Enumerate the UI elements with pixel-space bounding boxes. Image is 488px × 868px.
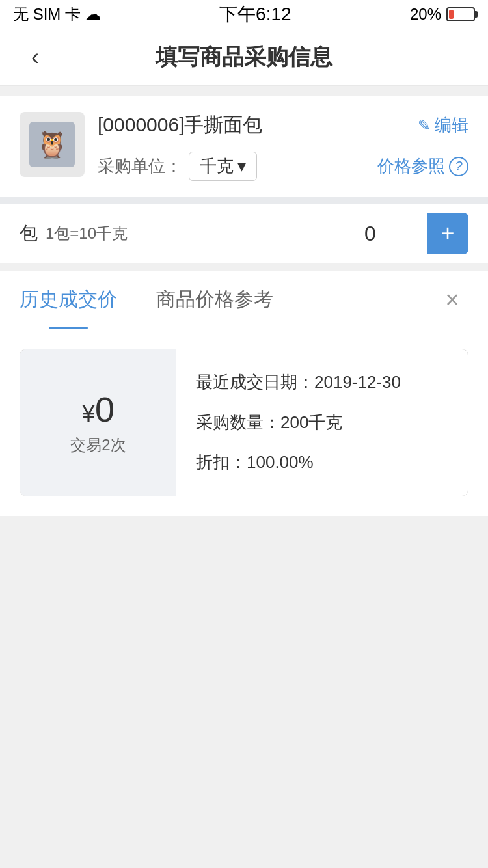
discount-value: 100.00% bbox=[247, 452, 314, 472]
edit-label: 编辑 bbox=[435, 114, 468, 137]
product-info: [0000006]手撕面包 ✎ 编辑 采购单位： 千克 ▾ 价格参照 ? bbox=[98, 112, 468, 181]
quantity-controls: + bbox=[323, 213, 468, 254]
quantity-plus-button[interactable]: + bbox=[427, 213, 468, 254]
unit-equiv: 1包=10千克 bbox=[46, 223, 128, 244]
tabs-close-button[interactable]: × bbox=[436, 284, 468, 316]
product-name-row: [0000006]手撕面包 ✎ 编辑 bbox=[98, 112, 468, 139]
price-display: ¥0 bbox=[82, 389, 115, 429]
battery-icon bbox=[446, 7, 475, 21]
status-time: 下午6:12 bbox=[219, 2, 291, 27]
price-currency: ¥ bbox=[82, 400, 95, 427]
page-title: 填写商品采购信息 bbox=[156, 42, 332, 72]
edit-icon: ✎ bbox=[418, 116, 431, 135]
quantity-label: 包 1包=10千克 bbox=[20, 221, 128, 246]
tab-product-price-ref[interactable]: 商品价格参考 bbox=[156, 271, 273, 329]
product-header: 🦉 [0000006]手撕面包 ✎ 编辑 采购单位： 千克 ▾ bbox=[20, 112, 468, 181]
product-name: [0000006]手撕面包 bbox=[98, 112, 262, 139]
unit-select[interactable]: 千克 ▾ bbox=[189, 152, 257, 181]
sim-label: 无 SIM 卡 ☁ bbox=[13, 4, 101, 25]
recent-date-row: 最近成交日期：2019-12-30 bbox=[196, 369, 448, 396]
purchase-unit-label: 采购单位： bbox=[98, 155, 182, 178]
purchase-qty-label: 采购数量： bbox=[196, 413, 280, 432]
price-card-right: 最近成交日期：2019-12-30 采购数量：200千克 折扣：100.00% bbox=[176, 349, 468, 496]
product-section: 🦉 [0000006]手撕面包 ✎ 编辑 采购单位： 千克 ▾ bbox=[0, 96, 488, 197]
price-amount: 0 bbox=[95, 390, 115, 429]
recent-date-value: 2019-12-30 bbox=[314, 372, 401, 392]
quantity-input[interactable] bbox=[323, 213, 427, 254]
history-price-content: ¥0 交易2次 最近成交日期：2019-12-30 采购数量：200千克 折扣：… bbox=[0, 329, 488, 516]
unit-left: 采购单位： 千克 ▾ bbox=[98, 152, 257, 181]
product-logo-icon: 🦉 bbox=[36, 129, 68, 160]
price-ref-button[interactable]: 价格参照 ? bbox=[377, 155, 468, 178]
edit-button[interactable]: ✎ 编辑 bbox=[418, 114, 468, 137]
product-thumbnail: 🦉 bbox=[20, 112, 85, 177]
price-card: ¥0 交易2次 最近成交日期：2019-12-30 采购数量：200千克 折扣：… bbox=[20, 349, 468, 496]
status-right: 20% bbox=[410, 5, 475, 23]
tabs-header: 历史成交价 商品价格参考 × bbox=[0, 271, 488, 329]
nav-bar: ‹ 填写商品采购信息 bbox=[0, 29, 488, 86]
quantity-row: 包 1包=10千克 + bbox=[0, 204, 488, 263]
recent-date-label: 最近成交日期： bbox=[196, 372, 314, 392]
tab-history-price[interactable]: 历史成交价 bbox=[20, 271, 117, 329]
battery-percent: 20% bbox=[410, 5, 441, 23]
back-button[interactable]: ‹ bbox=[16, 38, 55, 77]
status-left: 无 SIM 卡 ☁ bbox=[13, 4, 101, 25]
discount-label: 折扣： bbox=[196, 452, 247, 472]
unit-value: 千克 bbox=[200, 155, 234, 178]
price-ref-label: 价格参照 bbox=[377, 155, 445, 178]
purchase-qty-value: 200千克 bbox=[280, 413, 342, 432]
section-divider bbox=[0, 197, 488, 204]
tabs-container: 历史成交价 商品价格参考 × ¥0 交易2次 最近成交日期：2019-12-30 bbox=[0, 271, 488, 516]
price-card-left: ¥0 交易2次 bbox=[20, 349, 176, 496]
unit-label: 包 bbox=[20, 221, 38, 246]
price-trades: 交易2次 bbox=[70, 435, 126, 455]
main-content: 历史成交价 商品价格参考 × ¥0 交易2次 最近成交日期：2019-12-30 bbox=[0, 271, 488, 726]
discount-row: 折扣：100.00% bbox=[196, 449, 448, 476]
dropdown-icon: ▾ bbox=[237, 156, 246, 176]
purchase-qty-row: 采购数量：200千克 bbox=[196, 409, 448, 437]
status-bar: 无 SIM 卡 ☁ 下午6:12 20% bbox=[0, 0, 488, 29]
help-icon: ? bbox=[449, 157, 468, 176]
purchase-unit-row: 采购单位： 千克 ▾ 价格参照 ? bbox=[98, 152, 468, 181]
